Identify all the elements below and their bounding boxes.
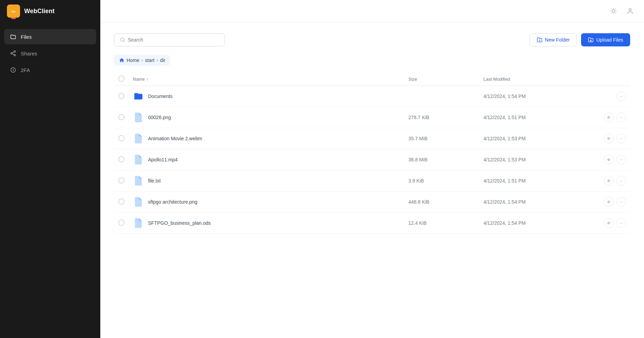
- svg-point-28: [608, 223, 609, 224]
- breadcrumb-sep-1: ›: [141, 58, 143, 63]
- sidebar-item-shares-label: Shares: [21, 51, 37, 56]
- sidebar-header: Go WebClient: [0, 0, 100, 22]
- shares-icon: [10, 50, 17, 57]
- more-options-button[interactable]: ···: [616, 155, 626, 164]
- more-options-button[interactable]: ···: [616, 197, 626, 207]
- file-name[interactable]: SFTPGO_business_plan.ods: [148, 220, 211, 226]
- row-checkbox[interactable]: [118, 177, 125, 184]
- breadcrumb-dir[interactable]: dir: [160, 57, 166, 63]
- main-content: New Folder Upload Files Home: [100, 22, 644, 338]
- file-icon: [133, 154, 144, 165]
- svg-point-4: [14, 54, 16, 56]
- search-icon: [120, 37, 125, 43]
- file-size: 36.8 MiB: [404, 149, 479, 170]
- search-box[interactable]: [114, 33, 225, 46]
- svg-point-2: [14, 51, 16, 53]
- col-header-size[interactable]: Size: [404, 73, 479, 86]
- preview-button[interactable]: [604, 134, 614, 143]
- table-row: file.txt 3.9 KiB4/12/2024, 1:51 PM ···: [114, 170, 630, 192]
- file-size: 448.8 KiB: [404, 192, 479, 213]
- breadcrumb-start[interactable]: start: [145, 57, 154, 63]
- file-modified: 4/12/2024, 1:54 PM: [479, 192, 580, 213]
- row-checkbox[interactable]: [118, 198, 125, 205]
- row-checkbox[interactable]: [118, 220, 125, 226]
- more-options-button[interactable]: ···: [616, 91, 626, 101]
- file-name[interactable]: Apollo11.mp4: [148, 157, 178, 162]
- more-options-button[interactable]: ···: [616, 134, 626, 143]
- file-modified: 4/12/2024, 1:53 PM: [479, 149, 580, 170]
- file-modified: 4/12/2024, 1:53 PM: [479, 128, 580, 149]
- folder-icon: [133, 91, 144, 102]
- search-input[interactable]: [128, 37, 219, 43]
- svg-line-19: [123, 41, 125, 42]
- breadcrumb-home[interactable]: Home: [127, 57, 139, 63]
- svg-point-8: [612, 9, 615, 12]
- col-header-checkbox: [114, 73, 129, 86]
- new-folder-icon: [537, 37, 542, 43]
- file-size: 3.9 KiB: [404, 170, 479, 192]
- sidebar-item-2fa-label: 2FA: [21, 67, 30, 73]
- file-size: [404, 86, 479, 107]
- home-icon[interactable]: [119, 57, 125, 63]
- file-size: 35.7 MiB: [404, 128, 479, 149]
- theme-toggle-icon[interactable]: [608, 6, 619, 17]
- breadcrumb-sep-2: ›: [157, 58, 158, 63]
- file-modified: 4/12/2024, 1:51 PM: [479, 170, 580, 192]
- sidebar-item-shares[interactable]: Shares: [4, 46, 96, 61]
- file-size: 12.4 KiB: [404, 213, 479, 234]
- svg-line-11: [611, 9, 612, 9]
- sidebar-item-files[interactable]: Files: [4, 29, 96, 44]
- table-row: Apollo11.mp4 36.8 MiB4/12/2024, 1:53 PM …: [114, 149, 630, 170]
- preview-button[interactable]: [604, 197, 614, 207]
- file-modified: 4/12/2024, 1:54 PM: [479, 86, 580, 107]
- table-row: sftpgo architecture.png 448.8 KiB4/12/20…: [114, 192, 630, 213]
- col-header-modified[interactable]: Last Modified: [479, 73, 580, 86]
- svg-line-15: [611, 13, 612, 13]
- sidebar-item-files-label: Files: [21, 34, 32, 40]
- file-modified: 4/12/2024, 1:54 PM: [479, 213, 580, 234]
- app-logo: Go: [7, 5, 20, 18]
- file-icon: [133, 133, 144, 144]
- upload-icon: [588, 37, 594, 43]
- topbar: [100, 0, 644, 22]
- row-checkbox[interactable]: [118, 156, 125, 162]
- new-folder-button[interactable]: New Folder: [530, 33, 577, 46]
- upload-files-label: Upload Files: [596, 37, 623, 43]
- preview-button[interactable]: [604, 113, 614, 122]
- svg-line-6: [12, 52, 14, 53]
- more-options-button[interactable]: ···: [616, 218, 626, 228]
- svg-line-16: [615, 9, 616, 9]
- file-name[interactable]: sftpgo architecture.png: [148, 199, 197, 205]
- files-icon: [10, 33, 17, 40]
- file-icon: [133, 112, 144, 123]
- svg-point-25: [608, 159, 609, 160]
- file-table-body: Documents 4/12/2024, 1:54 PM ··· 00026.p…: [114, 86, 630, 234]
- file-name[interactable]: Documents: [148, 94, 173, 99]
- svg-point-3: [11, 53, 12, 54]
- row-checkbox[interactable]: [118, 135, 125, 141]
- more-options-button[interactable]: ···: [616, 113, 626, 122]
- file-name[interactable]: Animation Movie 2.webm: [148, 136, 202, 141]
- table-row: Documents 4/12/2024, 1:54 PM ···: [114, 86, 630, 107]
- svg-text:Go: Go: [11, 10, 15, 13]
- user-icon[interactable]: [625, 6, 636, 17]
- more-options-button[interactable]: ···: [616, 176, 626, 186]
- file-name[interactable]: file.txt: [148, 178, 161, 184]
- table-row: 00026.png 278.7 KiB4/12/2024, 1:51 PM ··…: [114, 107, 630, 128]
- preview-button[interactable]: [604, 155, 614, 164]
- select-all-checkbox[interactable]: [118, 75, 125, 82]
- toolbar: New Folder Upload Files: [114, 33, 630, 46]
- col-header-name[interactable]: Name ↑: [129, 73, 404, 86]
- preview-button[interactable]: [604, 176, 614, 186]
- row-checkbox[interactable]: [118, 93, 125, 99]
- preview-button[interactable]: [604, 218, 614, 228]
- upload-files-button[interactable]: Upload Files: [581, 33, 630, 46]
- sidebar-item-2fa[interactable]: 2FA: [4, 62, 96, 78]
- file-size: 278.7 KiB: [404, 107, 479, 128]
- col-header-actions: [579, 73, 630, 86]
- file-name[interactable]: 00026.png: [148, 115, 171, 120]
- row-checkbox[interactable]: [118, 114, 125, 120]
- app-title: WebClient: [24, 8, 55, 15]
- breadcrumb: Home › start › dir: [114, 55, 170, 66]
- svg-point-24: [608, 138, 609, 139]
